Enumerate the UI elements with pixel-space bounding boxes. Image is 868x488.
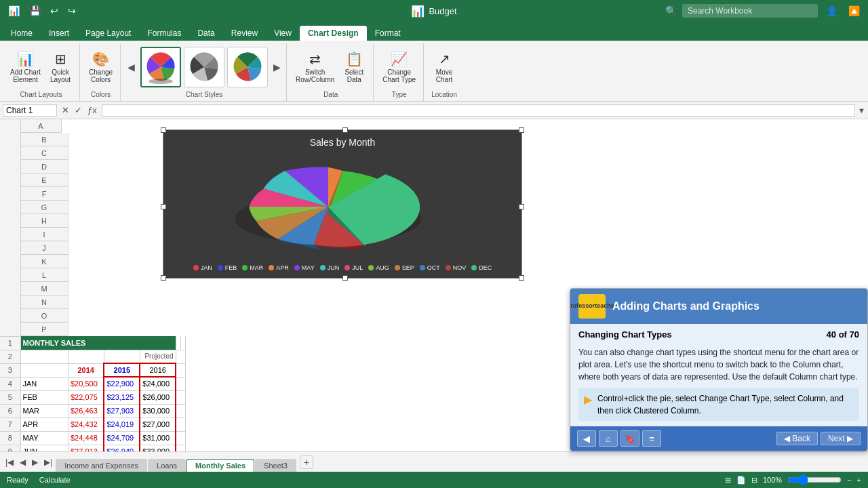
cell-c2[interactable]: [104, 350, 140, 363]
tab-insert[interactable]: Insert: [41, 26, 77, 41]
cell-a3[interactable]: [20, 363, 68, 377]
tutorial-next-button[interactable]: Next ▶: [821, 432, 861, 445]
tutorial-home-btn[interactable]: ⌂: [599, 430, 618, 447]
chart-container[interactable]: Sales by Month: [163, 129, 522, 279]
cell-a4[interactable]: JAN: [20, 377, 68, 390]
col-header-j[interactable]: J: [21, 241, 68, 255]
change-chart-type-button[interactable]: 📈 ChangeChart Type: [379, 49, 419, 85]
user-icon[interactable]: 👤: [823, 4, 840, 18]
chart-styles-prev[interactable]: ◀: [126, 60, 136, 74]
col-header-h[interactable]: H: [21, 214, 68, 228]
add-chart-element-button[interactable]: 📊 Add ChartElement: [7, 49, 44, 85]
cell-e7[interactable]: [176, 418, 185, 431]
chart-handle-n[interactable]: [342, 127, 348, 133]
confirm-formula-button[interactable]: ✓: [73, 105, 84, 115]
col-header-n[interactable]: N: [21, 296, 68, 309]
chart-handle-se[interactable]: [519, 275, 524, 281]
chart-handle-nw[interactable]: [161, 127, 166, 133]
cell-b2[interactable]: [68, 350, 104, 363]
cell-c9[interactable]: $26,940: [104, 445, 140, 451]
switch-row-column-button[interactable]: ⇄ SwitchRow/Column: [292, 49, 338, 85]
col-header-o[interactable]: O: [21, 309, 68, 323]
tab-format[interactable]: Format: [367, 26, 409, 41]
view-break-icon[interactable]: ⊟: [751, 476, 757, 485]
cell-b6[interactable]: $26,463: [68, 404, 104, 418]
cell-a2[interactable]: [20, 350, 68, 363]
move-chart-button[interactable]: ↗ MoveChart: [429, 49, 459, 85]
select-data-button[interactable]: 📋 SelectData: [339, 49, 369, 85]
cell-f1[interactable]: [180, 336, 185, 350]
chart-handle-s[interactable]: [342, 275, 348, 281]
view-normal-icon[interactable]: ⊞: [725, 476, 731, 485]
tab-page-layout[interactable]: Page Layout: [77, 26, 139, 41]
cell-a5[interactable]: FEB: [20, 390, 68, 404]
cell-b7[interactable]: $24,432: [68, 418, 104, 431]
cell-d7[interactable]: $27,000: [140, 418, 176, 431]
tab-home[interactable]: Home: [3, 26, 41, 41]
cell-d6[interactable]: $30,000: [140, 404, 176, 418]
cell-c7[interactable]: $24,019: [104, 418, 140, 431]
chart-thumb-1[interactable]: [140, 47, 181, 87]
col-header-c[interactable]: C: [21, 146, 68, 160]
chart-handle-e[interactable]: [519, 204, 524, 209]
tab-view[interactable]: View: [266, 26, 300, 41]
cell-d8[interactable]: $31,000: [140, 431, 176, 445]
chart-styles-next[interactable]: ▶: [272, 60, 282, 74]
cell-e8[interactable]: [176, 431, 185, 445]
sheet-nav-last[interactable]: ▶|: [41, 456, 55, 468]
zoom-in-icon[interactable]: +: [857, 476, 861, 484]
cell-e5[interactable]: [176, 390, 185, 404]
search-input[interactable]: [682, 4, 818, 18]
cell-b5[interactable]: $22,075: [68, 390, 104, 404]
cell-e9[interactable]: [176, 445, 185, 451]
undo-button[interactable]: ↩: [47, 4, 61, 18]
col-header-l[interactable]: L: [21, 268, 68, 282]
formula-input[interactable]: [102, 104, 855, 117]
cell-d2-projected[interactable]: Projected: [140, 350, 176, 363]
quick-layout-button[interactable]: ⊞ QuickLayout: [45, 49, 75, 85]
cell-e6[interactable]: [176, 404, 185, 418]
sheet-nav-prev[interactable]: ◀: [17, 456, 28, 468]
sheet-tab-monthly-sales[interactable]: Monthly Sales: [186, 459, 254, 472]
sheet-tab-income-expenses[interactable]: Income and Expenses: [56, 459, 147, 472]
cell-a9[interactable]: JUN: [20, 445, 68, 451]
name-box[interactable]: [3, 104, 57, 117]
col-header-d[interactable]: D: [21, 160, 68, 174]
cell-d5[interactable]: $26,000: [140, 390, 176, 404]
cell-d9[interactable]: $33,000: [140, 445, 176, 451]
zoom-out-icon[interactable]: −: [847, 476, 851, 484]
chart-handle-sw[interactable]: [161, 275, 166, 281]
app-icon[interactable]: 📊: [5, 4, 22, 18]
cell-a1[interactable]: MONTHLY SALES: [20, 336, 176, 350]
col-header-b[interactable]: B: [21, 133, 68, 146]
col-header-p[interactable]: P: [21, 323, 68, 336]
cell-a8[interactable]: MAY: [20, 431, 68, 445]
cell-e2[interactable]: [176, 350, 185, 363]
col-header-e[interactable]: E: [21, 174, 68, 187]
cell-c8[interactable]: $24,709: [104, 431, 140, 445]
chart-thumb-3[interactable]: [227, 47, 268, 87]
expand-icon[interactable]: 🔼: [846, 4, 863, 18]
tab-formulas[interactable]: Formulas: [139, 26, 189, 41]
tab-chart-design[interactable]: Chart Design: [300, 26, 367, 41]
sheet-tab-loans[interactable]: Loans: [148, 459, 186, 472]
tutorial-menu-btn[interactable]: ≡: [642, 430, 661, 447]
col-header-i[interactable]: I: [21, 228, 68, 241]
cell-b4[interactable]: $20,500: [68, 377, 104, 390]
col-header-f[interactable]: F: [21, 187, 68, 201]
cell-e4[interactable]: [176, 377, 185, 390]
tutorial-back-arrow-btn[interactable]: ◀: [577, 430, 596, 447]
sheet-nav-next[interactable]: ▶: [29, 456, 41, 468]
cell-c4[interactable]: $22,900: [104, 377, 140, 390]
col-header-g[interactable]: G: [21, 201, 68, 214]
insert-function-button[interactable]: ƒx: [85, 105, 99, 115]
cancel-formula-button[interactable]: ✕: [60, 105, 71, 115]
sheet-add-button[interactable]: +: [300, 455, 313, 469]
cell-c6[interactable]: $27,903: [104, 404, 140, 418]
sheet-tab-sheet3[interactable]: Sheet3: [255, 459, 296, 472]
view-layout-icon[interactable]: 📄: [736, 476, 746, 485]
cell-b8[interactable]: $24,448: [68, 431, 104, 445]
cell-c3[interactable]: 2015: [104, 363, 140, 377]
formula-expand-button[interactable]: ▼: [858, 106, 865, 115]
col-header-a[interactable]: A: [21, 119, 62, 133]
